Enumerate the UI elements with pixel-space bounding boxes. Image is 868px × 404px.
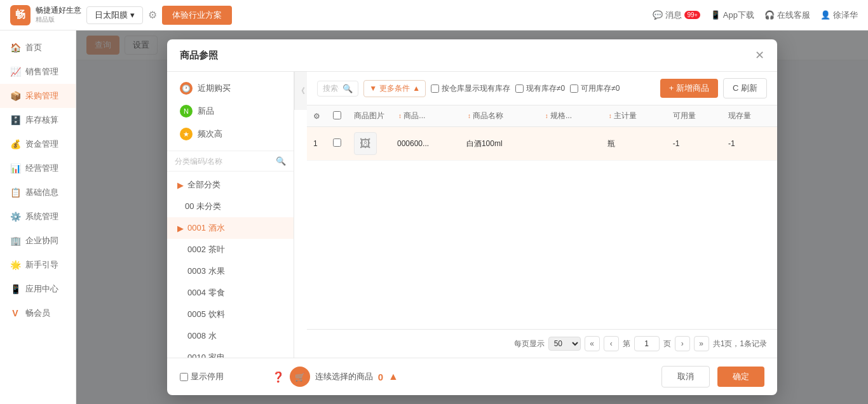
th-code-label: 商品... [403,111,425,120]
prev-page-button[interactable]: ‹ [604,336,619,351]
last-page-button[interactable]: » [694,336,709,351]
category-0003[interactable]: 0003 水果 [167,260,294,282]
all-arrow-icon: ▶ [177,180,184,190]
modal-left-search: 🔍 [167,151,294,172]
cancel-button[interactable]: 取消 [661,366,710,387]
headset-icon: 🎧 [764,10,775,20]
home-icon: 🏠 [10,43,20,53]
category-search-input[interactable] [175,157,273,166]
product-search-input[interactable] [323,84,339,93]
checkbox-warehouse-stock-input[interactable] [431,84,439,93]
checkbox-available-stock[interactable]: 可用库存≠0 [570,83,620,94]
row-checkbox-cell [327,127,348,161]
row-checkbox[interactable] [333,138,341,147]
th-available[interactable]: 可用量 [667,105,722,127]
nav-freq[interactable]: ★ 频次高 [175,124,286,144]
th-available-label: 可用量 [673,111,696,120]
table-row[interactable]: 1 🖼 [307,127,777,161]
logo-title: 畅捷通好生意 [36,6,81,16]
sidebar-item-home[interactable]: 🏠 首页 [0,36,76,60]
logo-icon: 畅 [10,5,31,25]
nav-new[interactable]: N 新品 [175,101,286,121]
nav-messages-label: 消息 [665,10,682,21]
footer-collapse-icon[interactable]: ▲ [388,371,398,382]
th-code[interactable]: ↕ 商品... [391,105,460,127]
sidebar-item-apps[interactable]: 📱 应用中心 [0,277,76,301]
settings-icon[interactable]: ⚙ [148,9,157,21]
nav-app-download[interactable]: 📱 App下载 [710,10,754,21]
category-0001[interactable]: ▶ 0001 酒水 [167,217,294,239]
checkbox-current-stock-label: 现有库存≠0 [526,83,565,94]
modal-title: 商品参照 [180,50,218,62]
nav-messages[interactable]: 💬 消息 99+ [653,10,700,21]
add-product-button[interactable]: + 新增商品 [660,79,718,98]
sidebar-item-business[interactable]: 📊 经营管理 [0,156,76,180]
nav-service[interactable]: 🎧 在线客服 [764,10,810,21]
modal-header: 商品参照 ✕ [167,39,777,72]
th-spec[interactable]: ↕ 规格... [538,105,601,127]
cat-0001-label: 0001 酒水 [187,222,225,234]
nav-right: 💬 消息 99+ 📱 App下载 🎧 在线客服 👤 徐泽华 [653,10,858,21]
table-settings-icon[interactable]: ⚙ [313,112,320,121]
business-icon: 📊 [10,163,20,173]
sidebar-item-finance[interactable]: 💰 资金管理 [0,132,76,156]
checkbox-warehouse-stock[interactable]: 按仓库显示现有库存 [431,83,510,94]
help-icon[interactable]: ❓ [272,371,285,383]
nav-recent-label: 近期购买 [198,83,231,94]
sidebar-item-enterprise[interactable]: 🏢 企业协同 [0,229,76,253]
category-search-icon[interactable]: 🔍 [276,156,286,166]
checkbox-available-stock-label: 可用库存≠0 [581,83,620,94]
product-search-icon[interactable]: 🔍 [342,84,353,93]
enterprise-icon: 🏢 [10,236,20,246]
th-stock[interactable]: 现存量 [722,105,777,127]
confirm-button[interactable]: 确定 [717,367,764,387]
sidebar-business-label: 经营管理 [25,163,58,174]
show-disabled-checkbox[interactable] [180,373,188,381]
th-unit[interactable]: ↕ 主计量 [601,105,667,127]
per-page-select[interactable]: 50 100 200 [548,337,581,351]
th-name[interactable]: ↕ 商品名称 [460,105,538,127]
nav-dropdown-label: 日太阳膜 [95,10,128,21]
sidebar-item-guide[interactable]: 🌟 新手引导 [0,253,76,277]
sidebar-purchase-label: 采购管理 [25,90,58,102]
sidebar-item-member[interactable]: V 畅会员 [0,301,76,325]
nav-recent[interactable]: 🕐 近期购买 [175,78,286,98]
nav-dropdown[interactable]: 日太阳膜 ▾ [86,6,143,24]
next-page-button[interactable]: › [675,336,690,351]
checkbox-current-stock-input[interactable] [515,84,524,93]
th-settings[interactable]: ⚙ [307,105,327,127]
show-disabled-checkbox-wrap[interactable]: 显示停用 [180,371,224,382]
nav-user-label: 徐泽华 [833,10,858,21]
nav-exp-button[interactable]: 体验行业方案 [162,6,232,25]
logo-sub: 精品版 [36,15,81,24]
select-all-checkbox[interactable] [333,111,341,119]
nav-user[interactable]: 👤 徐泽华 [820,10,858,21]
sidebar-basic-label: 基础信息 [25,187,58,198]
modal-close-button[interactable]: ✕ [755,48,764,62]
category-0002[interactable]: 0002 茶叶 [167,239,294,260]
sidebar-item-sales[interactable]: 📈 销售管理 [0,60,76,84]
collapse-panel-button[interactable]: 《 [294,72,307,110]
th-stock-label: 现存量 [728,111,751,120]
page-number-input[interactable] [634,336,660,351]
first-page-button[interactable]: « [585,336,600,351]
refresh-button[interactable]: C 刷新 [723,78,767,98]
system-icon: ⚙️ [10,212,20,222]
category-0004[interactable]: 0004 零食 [167,282,294,304]
category-0008[interactable]: 0008 水 [167,325,294,347]
row-unit: 瓶 [601,127,667,161]
sidebar-item-purchase[interactable]: 📦 采购管理 [0,84,76,108]
sidebar-item-basic[interactable]: 📋 基础信息 [0,180,76,205]
sidebar-item-inventory[interactable]: 🗄️ 库存核算 [0,108,76,132]
category-0005[interactable]: 0005 饮料 [167,304,294,325]
category-0010[interactable]: 0010 家电 [167,347,294,358]
more-filter-button[interactable]: ▼ 更多条件 ▲ [363,80,426,97]
category-00[interactable]: 00 未分类 [167,196,294,217]
top-nav: 畅 畅捷通好生意 精品版 日太阳膜 ▾ ⚙ 体验行业方案 💬 消息 99+ 📱 … [0,0,868,30]
sort-spec-icon: ↕ [545,112,548,119]
cart-icon-button[interactable]: 🛒 [290,367,310,387]
sidebar-item-system[interactable]: ⚙️ 系统管理 [0,205,76,229]
checkbox-available-stock-input[interactable] [570,84,578,93]
category-all[interactable]: ▶ 全部分类 [167,174,294,196]
checkbox-current-stock[interactable]: 现有库存≠0 [515,83,565,94]
